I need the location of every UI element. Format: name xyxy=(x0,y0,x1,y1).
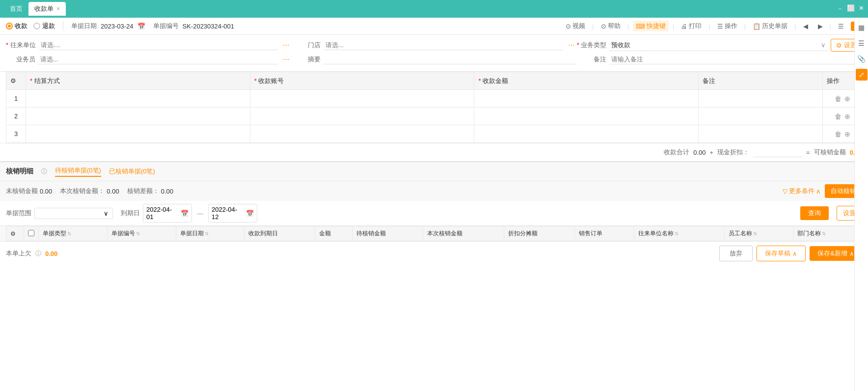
account-cell-1[interactable] xyxy=(250,90,474,108)
verification-table: ⚙ 单据类型⇅ 单据编号⇅ 单据日期⇅ 收款到期日 金额 待核销金额 本次核销金… xyxy=(6,226,862,241)
settlement-cell-2[interactable] xyxy=(26,108,250,125)
settlement-cell-1[interactable] xyxy=(26,90,250,108)
salesperson-more-icon[interactable]: ··· xyxy=(281,55,291,64)
table-row: 3 🗑 ⊕ xyxy=(6,125,862,143)
sidebar-list-icon[interactable]: ☰ xyxy=(856,37,868,49)
calendar-icon[interactable]: 📅 xyxy=(137,23,145,30)
amount-cell-1[interactable] xyxy=(474,90,699,108)
store-more-icon[interactable]: ··· xyxy=(566,41,576,50)
current-label: 本次核销金额： xyxy=(60,187,105,196)
sidebar-clip-icon[interactable]: 📎 xyxy=(856,53,868,65)
select-all-checkbox[interactable] xyxy=(28,230,34,236)
account-cell-3[interactable] xyxy=(250,125,474,143)
range-select[interactable]: ∨ xyxy=(34,208,113,219)
history-action[interactable]: 📋 历史单据 xyxy=(750,21,790,31)
col-settings[interactable]: ⚙ xyxy=(6,72,26,90)
biz-type-select[interactable]: 预收款 ∨ xyxy=(609,40,828,51)
draft-button[interactable]: 保存草稿 ∧ xyxy=(757,246,806,261)
video-icon: ⊙ xyxy=(566,23,571,30)
copy-row-2-icon[interactable]: ⊕ xyxy=(844,112,850,120)
nav-prev[interactable]: ◀ xyxy=(800,22,811,31)
eq-sign: = xyxy=(806,149,810,156)
delete-row-1-icon[interactable]: 🗑 xyxy=(835,95,841,103)
radio-receipt-label: 收款 xyxy=(15,22,27,30)
query-button[interactable]: 查询 xyxy=(800,206,829,220)
history-label: 历史单据 xyxy=(762,22,787,30)
remark-cell-2[interactable] xyxy=(699,108,823,125)
sidebar-expand-icon[interactable]: ⤢ xyxy=(856,69,868,81)
more-conditions-chevron: ∧ xyxy=(816,188,821,195)
window-close-icon[interactable]: ✕ xyxy=(859,4,864,13)
toolbar-actions: ⊙ 视频 | ⊙ 帮助 | ⌨ 快捷键 | 🖨 打印 | ☰ 操作 xyxy=(563,21,862,31)
delete-row-2-icon[interactable]: 🗑 xyxy=(835,112,841,120)
date-end-input[interactable]: 2022-04-12 📅 xyxy=(208,204,257,223)
store-input[interactable] xyxy=(324,40,563,50)
bottom-col-checkbox[interactable] xyxy=(24,226,39,241)
summary-label: 摘要 xyxy=(291,55,321,64)
summary-input[interactable] xyxy=(324,55,576,64)
date-filter: 到期日 2022-04-01 📅 — 2022-04-12 📅 xyxy=(121,204,257,223)
toolbar-divider-1 xyxy=(63,21,63,31)
table-row: 1 🗑 ⊕ xyxy=(6,90,862,108)
session-info-icon[interactable]: ⓘ xyxy=(35,250,41,258)
counterparty-field: 往来单位 ··· xyxy=(6,40,291,50)
form-row-1: 往来单位 ··· 门店 ··· 业务类型 预收款 ∨ ⚙ 设置 xyxy=(6,39,862,52)
remark-cell-3[interactable] xyxy=(699,125,823,143)
remark-cell-1[interactable] xyxy=(699,90,823,108)
col-amount: 收款金额 xyxy=(474,72,699,90)
session-value: 0.00 xyxy=(45,250,57,257)
nav-next[interactable]: ▶ xyxy=(815,22,826,31)
row-idx-3: 3 xyxy=(6,125,26,143)
amount-cell-2[interactable] xyxy=(474,108,699,125)
section-header: 核销明细 ⓘ 待核销单据(0笔) 已核销单据(0笔) xyxy=(0,162,868,181)
counterparty-input[interactable] xyxy=(39,40,278,50)
remark-input[interactable] xyxy=(609,55,862,64)
tab-close-icon[interactable]: × xyxy=(56,5,60,12)
discard-button[interactable]: 放弃 xyxy=(719,246,753,261)
tab-home[interactable]: 首页 xyxy=(4,2,28,16)
calendar-start-icon[interactable]: 📅 xyxy=(181,210,189,217)
sidebar-table-icon[interactable]: ▦ xyxy=(856,22,868,33)
filter-icon: ▽ xyxy=(783,188,787,195)
amount-cell-3[interactable] xyxy=(474,125,699,143)
bottom-col-amount: 金额 xyxy=(315,226,352,241)
pending-tab[interactable]: 待核销单据(0笔) xyxy=(55,166,101,177)
row-idx-1: 1 xyxy=(6,90,26,108)
tab-receipt[interactable]: 收款单 × xyxy=(28,2,66,16)
range-label: 单据范围 xyxy=(6,209,31,218)
print-action[interactable]: 🖨 打印 xyxy=(678,21,705,31)
save-new-arrow-icon: ∧ xyxy=(849,250,854,257)
done-tab[interactable]: 已核销单据(0笔) xyxy=(109,167,155,176)
video-action[interactable]: ⊙ 视频 xyxy=(563,21,588,31)
receipt-table: ⚙ 结算方式 收款账号 收款金额 备注 操作 1 � xyxy=(6,72,862,143)
section-info-icon[interactable]: ⓘ xyxy=(41,168,47,176)
date-start-input[interactable]: 2022-04-01 📅 xyxy=(143,204,192,223)
help-action[interactable]: ⊙ 帮助 xyxy=(598,21,624,31)
bottom-col-doc-type: 单据类型⇅ xyxy=(39,226,108,241)
window-minimize-icon[interactable]: － xyxy=(837,4,843,13)
bottom-col-settings[interactable]: ⚙ xyxy=(6,226,24,241)
window-restore-icon[interactable]: ⬜ xyxy=(847,4,855,13)
store-field: 门店 ··· xyxy=(291,40,576,50)
radio-receipt[interactable]: 收款 xyxy=(6,22,27,30)
operation-action[interactable]: ☰ 操作 xyxy=(714,21,740,31)
delete-row-3-icon[interactable]: 🗑 xyxy=(835,130,841,138)
salesperson-input[interactable] xyxy=(38,55,278,64)
operation-label: 操作 xyxy=(725,22,737,30)
calendar-end-icon[interactable]: 📅 xyxy=(246,210,254,217)
radio-refund[interactable]: 退款 xyxy=(33,22,55,30)
more-conditions-btn[interactable]: ▽ 更多条件 ∧ xyxy=(783,187,821,196)
account-cell-2[interactable] xyxy=(250,108,474,125)
counterparty-more-icon[interactable]: ··· xyxy=(281,41,291,50)
biz-type-chevron: ∨ xyxy=(821,41,826,49)
diff-label: 核销差额： xyxy=(127,187,159,196)
discount-input[interactable] xyxy=(753,147,802,157)
section-title: 核销明细 xyxy=(6,167,33,176)
settings-gear-icon: ⚙ xyxy=(836,42,842,49)
copy-row-1-icon[interactable]: ⊕ xyxy=(844,95,850,103)
view-list-icon[interactable]: ☰ xyxy=(835,22,847,31)
tab-bar: 首页 收款单 × － ⬜ ✕ xyxy=(0,0,868,18)
copy-row-3-icon[interactable]: ⊕ xyxy=(844,130,850,138)
settlement-cell-3[interactable] xyxy=(26,125,250,143)
shortcut-action[interactable]: ⌨ 快捷键 xyxy=(633,21,669,31)
